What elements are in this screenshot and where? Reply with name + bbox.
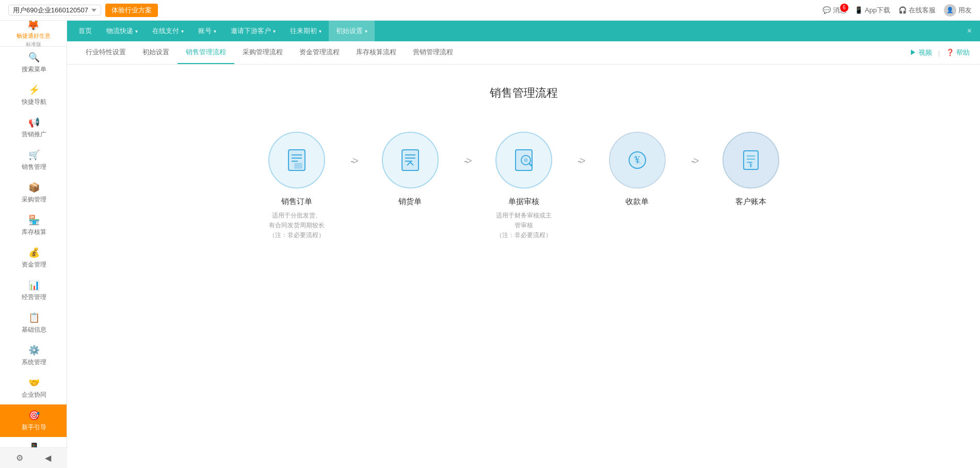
collapse-icon[interactable]: ◀ xyxy=(45,453,51,463)
sidebar-item-system[interactable]: ⚙️ 系统管理 xyxy=(0,339,67,372)
flow-label-delivery: 销货单 xyxy=(398,197,422,207)
tab-purchase-flow[interactable]: 采购管理流程 xyxy=(234,41,291,64)
sidebar-item-search[interactable]: 🔍 搜索菜单 xyxy=(0,46,67,79)
user-select[interactable]: 用户690企业1660120507 xyxy=(8,5,101,15)
divider: | xyxy=(938,49,940,57)
flow-step-review[interactable]: 单据审核 适用于财务审核或主管审核（注：非必要流程） xyxy=(483,132,565,241)
logo-text: 畅捷通好生意 xyxy=(17,32,51,40)
flow-desc-sales-order: 适用于分批发货、有合同发货周期较长（注：非必要流程） xyxy=(269,211,325,241)
app-label: App下载 xyxy=(865,6,890,15)
flow-label-sales-order: 销售订单 xyxy=(281,197,312,207)
flow-desc-review: 适用于财务审核或主管审核（注：非必要流程） xyxy=(496,211,552,241)
system-icon: ⚙️ xyxy=(28,345,40,356)
sidebar-label-inventory: 库存核算 xyxy=(22,228,46,237)
flow-arrow-4: ···> xyxy=(679,132,710,167)
flow-step-delivery[interactable]: 销货单 xyxy=(369,132,452,211)
sidebar-item-finance[interactable]: 💰 资金管理 xyxy=(0,242,67,274)
nav-arrow-payment: ▾ xyxy=(181,28,184,34)
sidebar-logo: 🦊 畅捷通好生意 标准版 xyxy=(0,21,67,46)
flow-circle-delivery xyxy=(382,132,439,189)
nav-label-account: 账号 xyxy=(198,26,212,36)
svg-rect-5 xyxy=(402,150,419,170)
play-icon: ▶ xyxy=(910,49,917,56)
collab-icon: 🤝 xyxy=(28,377,40,388)
user-item[interactable]: 👤 用友 xyxy=(944,4,972,17)
sidebar-item-basic[interactable]: 📋 基础信息 xyxy=(0,307,67,339)
nav-item-invite[interactable]: 邀请下游客户 ▾ xyxy=(223,21,283,41)
sidebar-item-inventory[interactable]: 🏪 库存核算 xyxy=(0,209,67,242)
nav-arrow-init: ▾ xyxy=(365,28,367,34)
trial-button[interactable]: 体验行业方案 xyxy=(105,4,158,17)
tab-marketing-flow[interactable]: 营销管理流程 xyxy=(405,41,461,64)
sidebar-item-sales[interactable]: 🛒 销售管理 xyxy=(0,144,67,177)
logo-icon: 🦊 xyxy=(27,21,40,31)
user-name-label: 用友 xyxy=(958,6,972,15)
basic-icon: 📋 xyxy=(28,312,40,323)
payment-icon: ¥ xyxy=(624,147,651,174)
search-icon: 🔍 xyxy=(28,52,40,63)
nav-item-payment[interactable]: 在线支付 ▾ xyxy=(145,21,191,41)
order-icon xyxy=(283,147,310,174)
flow-circle-review xyxy=(495,132,552,189)
sidebar-item-purchase[interactable]: 📦 采购管理 xyxy=(0,177,67,209)
tab-finance-flow[interactable]: 资金管理流程 xyxy=(291,41,348,64)
purchase-icon: 📦 xyxy=(28,182,40,193)
nav-item-period[interactable]: 往来期初 ▾ xyxy=(283,21,329,41)
flow-circle-payment: ¥ xyxy=(609,132,666,189)
nav-arrow-invite: ▾ xyxy=(273,28,276,34)
sidebar-label-guide: 新手引导 xyxy=(22,423,46,432)
flow-step-payment[interactable]: ¥ 收款单 xyxy=(596,132,679,211)
nav-item-logistics[interactable]: 物流快递 ▾ xyxy=(99,21,145,41)
service-item[interactable]: 🎧 在线客服 xyxy=(898,6,936,15)
nav-label-invite: 邀请下游客户 xyxy=(231,26,271,36)
svg-rect-4 xyxy=(295,163,302,168)
sidebar-item-collab[interactable]: 🤝 企业协同 xyxy=(0,372,67,404)
logo-sub: 标准版 xyxy=(26,41,41,48)
nav-item-account[interactable]: 账号 ▾ xyxy=(191,21,223,41)
sidebar-bottom: ⚙ ◀ xyxy=(0,447,67,468)
video-link[interactable]: ▶ 视频 xyxy=(910,48,932,57)
guide-icon: 🎯 xyxy=(28,410,40,421)
nav-label-init: 初始设置 xyxy=(336,26,363,36)
sidebar-label-quicknav: 快捷导航 xyxy=(22,98,46,106)
nav-item-init[interactable]: 初始设置 ▾ xyxy=(329,21,375,41)
flow-label-review: 单据审核 xyxy=(508,197,539,207)
flow-label-payment: 收款单 xyxy=(625,197,649,207)
sidebar-item-quicknav[interactable]: ⚡ 快捷导航 xyxy=(0,79,67,112)
app-icon: 📱 xyxy=(855,6,863,14)
sidebar-label-operation: 经营管理 xyxy=(22,293,46,302)
nav-bar: 首页 物流快递 ▾ 在线支付 ▾ 账号 ▾ 邀请下游客户 ▾ 往来期初 ▾ 初始… xyxy=(67,21,980,41)
app-download-item[interactable]: 📱 App下载 xyxy=(855,6,890,15)
nav-close-button[interactable]: × xyxy=(963,26,976,36)
review-icon xyxy=(510,147,537,174)
inventory-icon: 🏪 xyxy=(28,214,40,226)
message-icon: 💬 xyxy=(823,6,831,14)
page-title: 销售管理流程 xyxy=(98,85,949,101)
nav-arrow-period: ▾ xyxy=(319,28,322,34)
sidebar-label-sales: 销售管理 xyxy=(22,163,46,171)
sidebar-label-system: 系统管理 xyxy=(22,358,46,367)
delivery-icon xyxy=(397,147,424,174)
operation-icon: 📊 xyxy=(28,279,40,291)
sidebar-label-finance: 资金管理 xyxy=(22,260,46,269)
flow-arrow-1: ···> xyxy=(338,132,369,167)
help-link[interactable]: ❓ 帮助 xyxy=(946,48,970,57)
sidebar-item-marketing[interactable]: 📢 营销推广 xyxy=(0,112,67,144)
quick-icon: ⚡ xyxy=(28,84,40,96)
message-item[interactable]: 💬 消息 6 xyxy=(823,6,846,15)
svg-text:¥: ¥ xyxy=(749,161,752,169)
ledger-icon: ¥ xyxy=(737,147,764,174)
svg-text:¥: ¥ xyxy=(635,154,640,165)
tab-init[interactable]: 初始设置 xyxy=(134,41,178,64)
tab-sales-flow[interactable]: 销售管理流程 xyxy=(178,41,234,64)
tab-industry[interactable]: 行业特性设置 xyxy=(77,41,134,64)
tab-inventory-flow[interactable]: 库存核算流程 xyxy=(348,41,405,64)
nav-item-home[interactable]: 首页 xyxy=(71,21,99,41)
flow-label-ledger: 客户账本 xyxy=(735,197,766,207)
sidebar-item-guide[interactable]: 🎯 新手引导 xyxy=(0,404,67,437)
settings-bottom-icon[interactable]: ⚙ xyxy=(16,453,23,463)
flow-step-sales-order[interactable]: 销售订单 适用于分批发货、有合同发货周期较长（注：非必要流程） xyxy=(255,132,338,241)
sidebar-item-operation[interactable]: 📊 经营管理 xyxy=(0,274,67,307)
flow-step-ledger[interactable]: ¥ 客户账本 xyxy=(710,132,792,211)
tabs-bar: 行业特性设置 初始设置 销售管理流程 采购管理流程 资金管理流程 库存核算流程 … xyxy=(67,41,980,65)
